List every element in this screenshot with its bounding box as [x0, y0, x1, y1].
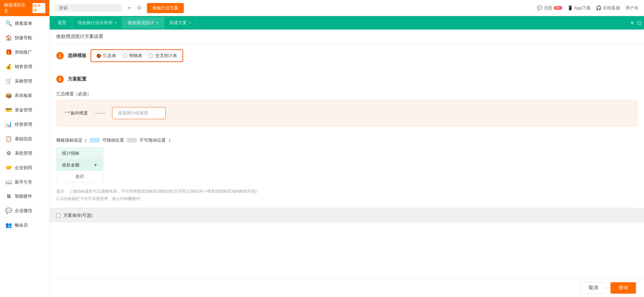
- metrics-config: 模板指标设定（ 可拖动位置 不可拖动位置 ） 统计指标: [50, 137, 644, 188]
- stats-total-row: 合计: [57, 171, 103, 182]
- query-button[interactable]: 查询: [610, 282, 636, 294]
- sidebar-item-guide[interactable]: 📖 新手引导: [0, 175, 49, 189]
- online-service-button[interactable]: 🎧 在线客服: [596, 5, 620, 11]
- tab-new-plan[interactable]: 新建方案 ×: [164, 17, 197, 29]
- sidebar-item-label: 系统管理: [15, 150, 32, 156]
- tab-bank-query[interactable]: 现金银行流水查询 ×: [72, 17, 122, 29]
- radio-summary-input[interactable]: [97, 54, 101, 58]
- radio-cross[interactable]: 交叉统计表: [149, 53, 177, 59]
- sidebar-item-cooperation[interactable]: 🤝 企业协同: [0, 160, 49, 175]
- content-inner: 收款情况统计方案设置 1 选择模板 汇总表: [50, 30, 644, 278]
- chart-icon: 📊: [5, 121, 12, 128]
- sidebar-item-label: 营销推广: [15, 49, 32, 55]
- card-icon: 💳: [5, 107, 12, 113]
- dimension-config: 汇总维度（必选） * * 纵向维度 —— 请选择分组维度: [50, 91, 644, 137]
- sidebar-item-label: 销售管理: [15, 64, 32, 70]
- dimension-arrow: ——: [95, 110, 105, 116]
- step2-header: 2 方案配置: [56, 76, 637, 83]
- nodrag-hint-label: 不可拖动位置: [140, 137, 166, 143]
- sidebar-item-sales[interactable]: 💰 销售管理: [0, 59, 49, 74]
- members-icon: 👥: [5, 222, 12, 228]
- sidebar-item-finance[interactable]: 💳 资金管理: [0, 103, 49, 117]
- save-checkbox[interactable]: [56, 213, 61, 218]
- chat-icon: 💬: [5, 207, 12, 214]
- sidebar-item-inventory[interactable]: 📦 库存核算: [0, 88, 49, 103]
- settings-icon[interactable]: ⚙: [137, 5, 142, 11]
- tabbar-actions: ✕ ⊡: [630, 20, 641, 26]
- content-area: 收款情况统计方案设置 1 选择模板 汇总表: [50, 30, 644, 278]
- tips-line2: 2.点击标题栏下拉可设置排序、插入列和删除列: [56, 195, 637, 203]
- dimension-area: * * 纵向维度 —— 请选择分组维度: [56, 100, 637, 127]
- sidebar-item-weixin[interactable]: 💬 企业微信: [0, 203, 49, 218]
- sidebar-item-label: 库存核算: [15, 93, 32, 99]
- box-icon: 📦: [5, 92, 12, 99]
- stats-column-dropdown-icon[interactable]: ▼: [94, 163, 98, 167]
- sidebar-item-quick-nav[interactable]: 🏠 快捷导航: [0, 31, 49, 45]
- search-input[interactable]: [55, 4, 122, 12]
- sidebar-item-marketing[interactable]: 🎁 营销推广: [0, 45, 49, 59]
- metrics-header: 模板指标设定（ 可拖动位置 不可拖动位置 ）: [56, 137, 637, 143]
- radio-detail-label: 明细表: [129, 53, 142, 59]
- page-header: 收款情况统计方案设置: [50, 30, 644, 44]
- sidebar-item-label: 经营管理: [15, 121, 32, 128]
- sidebar-item-label: 搜索菜单: [15, 20, 32, 27]
- cart-icon: 🛒: [5, 78, 12, 84]
- sidebar-item-system[interactable]: ⚙ 系统管理: [0, 146, 49, 160]
- tab-home[interactable]: 首页: [52, 17, 72, 29]
- footer-save-section: 方案保存(可选): [50, 208, 644, 222]
- save-label: 方案保存(可选): [63, 212, 93, 218]
- download-label: App下载: [574, 5, 591, 11]
- close-window-icon[interactable]: ✕: [630, 20, 634, 26]
- topbar-right: 💬 消息 99+ 📱 App下载 🎧 在线客服 用户名: [537, 5, 639, 11]
- tab-new-plan-label: 新建方案: [169, 20, 187, 26]
- metrics-title-close: ）: [168, 137, 173, 143]
- message-badge: 99+: [554, 6, 562, 10]
- sidebar-item-operation[interactable]: 📊 经营管理: [0, 117, 49, 132]
- sidebar-item-hardware[interactable]: 🖥 智能硬件: [0, 189, 49, 203]
- page-title: 收款情况统计方案设置: [56, 34, 103, 39]
- radio-summary[interactable]: 汇总表: [97, 53, 116, 59]
- tab-receipt-stats-label: 收款情况统计: [128, 20, 154, 26]
- tabbar: 首页 现金银行流水查询 × 收款情况统计 × 新建方案 × ✕ ⊡: [50, 16, 644, 30]
- logo: 畅捷通好生意 标准版: [0, 0, 49, 16]
- gear-icon: ⚙: [5, 150, 12, 156]
- tab-bank-query-label: 现金银行流水查询: [77, 20, 112, 26]
- sidebar-item-label: 企业微信: [15, 208, 32, 214]
- download-icon: 📱: [568, 5, 573, 10]
- app-download-button[interactable]: 📱 App下载: [568, 5, 591, 11]
- gift-icon: 🎁: [5, 49, 12, 55]
- book-icon: 📖: [5, 179, 12, 185]
- sidebar-item-label: 采购管理: [15, 78, 32, 84]
- expand-icon[interactable]: ⊡: [637, 20, 641, 26]
- action-bar: 取消 查询: [50, 278, 644, 297]
- sidebar-item-label: 快捷导航: [15, 35, 32, 41]
- logo-text: 畅捷通好生意: [4, 2, 30, 14]
- sidebar-item-basic-info[interactable]: 📋 基础信息: [0, 132, 49, 146]
- sidebar-item-label: 基础信息: [15, 136, 32, 142]
- dropdown-arrow-icon[interactable]: ▼: [127, 6, 131, 10]
- message-button[interactable]: 💬 消息 99+: [537, 5, 562, 11]
- sidebar-item-label: 新手引导: [15, 179, 32, 185]
- step1-header: 1 选择模板 汇总表 明细表: [56, 49, 637, 62]
- stats-group-label: 统计指标: [57, 148, 103, 159]
- sidebar: 畅捷通好生意 标准版 🔍 搜索菜单 🏠 快捷导航 🎁 营销推广 💰 销售管理 🛒…: [0, 0, 50, 297]
- tab-receipt-stats[interactable]: 收款情况统计 ×: [122, 17, 164, 29]
- radio-cross-input[interactable]: [149, 54, 153, 58]
- clipboard-icon: 📋: [5, 136, 12, 142]
- search-menu-icon: 🔍: [5, 20, 12, 27]
- stats-column-amount[interactable]: 收款金额 ▼: [57, 159, 103, 171]
- radio-detail-input[interactable]: [123, 54, 127, 58]
- dimension-select[interactable]: 请选择分组维度: [112, 107, 166, 119]
- vertical-dimension-label: * * 纵向维度: [65, 110, 88, 116]
- sidebar-item-search-menu[interactable]: 🔍 搜索菜单: [0, 16, 49, 31]
- industry-button[interactable]: 体验行业方案: [147, 3, 184, 13]
- tab-receipt-stats-close[interactable]: ×: [156, 20, 158, 25]
- step1-badge: 1: [56, 52, 64, 59]
- cancel-button[interactable]: 取消: [580, 282, 606, 294]
- radio-detail[interactable]: 明细表: [123, 53, 142, 59]
- main-area: ▼ ⚙ 体验行业方案 💬 消息 99+ 📱 App下载 🎧 在线客服 用户名 首…: [50, 0, 644, 297]
- sidebar-item-purchase[interactable]: 🛒 采购管理: [0, 74, 49, 88]
- tab-new-plan-close[interactable]: ×: [189, 20, 191, 25]
- sidebar-item-member[interactable]: 👥 畅会员: [0, 218, 49, 232]
- tab-bank-query-close[interactable]: ×: [114, 20, 117, 25]
